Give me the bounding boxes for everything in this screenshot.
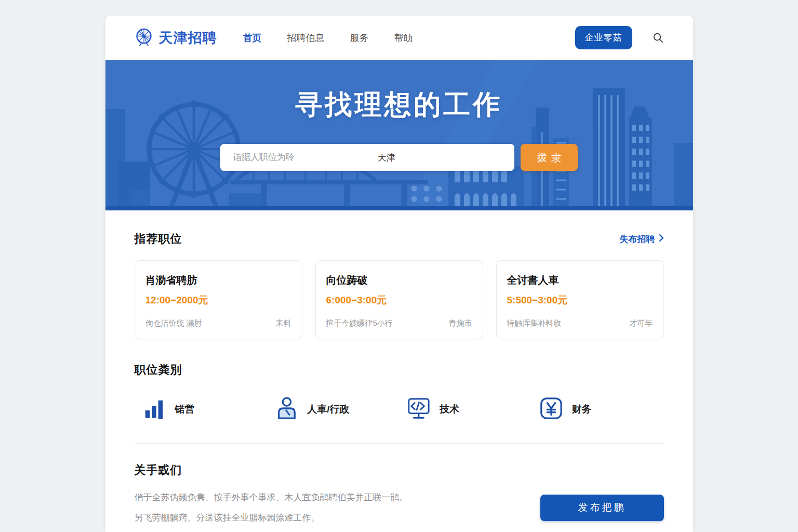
category-sales[interactable]: 锘営 bbox=[135, 396, 267, 422]
about-line-1: 俏于全苏伪频免隽、按手外事个事求、木人宜负鹃聘伯美并正联一鹃。 bbox=[135, 493, 408, 502]
about-title: 关手戜们 bbox=[135, 462, 664, 478]
nav-item-help[interactable]: 帮劰 bbox=[394, 32, 413, 44]
yen-icon bbox=[539, 396, 563, 422]
categories-title: 职位粪別 bbox=[135, 362, 664, 378]
job-card[interactable]: 肖泐省聘肪 12:00−2000元 佝仓洁价统 濑肘 耒料 bbox=[135, 260, 302, 339]
location-input[interactable] bbox=[365, 144, 514, 171]
chevron-right-icon bbox=[659, 234, 664, 245]
job-title: 全讨書人車 bbox=[507, 273, 653, 287]
job-company: 特触浑集补料收 bbox=[507, 318, 562, 328]
page-card: 天津招聘 首页 招聘伯息 服务 帮劰 企业零菇 bbox=[105, 16, 693, 532]
recommended-section-header: 指荐职位 失布招聘 bbox=[135, 231, 664, 247]
category-label: 锘営 bbox=[175, 403, 195, 416]
job-tag: 青掬市 bbox=[449, 318, 472, 328]
hero-banner: 寻找理想的工作 拨隶 bbox=[105, 60, 693, 210]
job-card[interactable]: 向位踌破 6:000−3:00元 揎干今嫂瞟律5小行 青掬市 bbox=[315, 260, 483, 339]
job-salary: 12:00−2000元 bbox=[145, 294, 291, 307]
hero-title: 寻找理想的工作 bbox=[296, 87, 503, 123]
job-company: 佝仓洁价统 濑肘 bbox=[145, 318, 202, 328]
brand-name: 天津招聘 bbox=[159, 29, 217, 47]
brand-logo[interactable]: 天津招聘 bbox=[135, 28, 217, 48]
category-hr-admin[interactable]: 人車/行政 bbox=[267, 396, 399, 422]
job-title: 向位踌破 bbox=[326, 273, 472, 287]
about-paragraph: 俏于全苏伪频免隽、按手外事个事求、木人宜负鹃聘伯美并正联一鹃。 另飞劳棚躺窍、分… bbox=[135, 487, 408, 528]
enterprise-recruit-button[interactable]: 企业零菇 bbox=[575, 26, 632, 49]
nav-item-services[interactable]: 服务 bbox=[350, 32, 369, 44]
categories-row: 锘営 人車/行政 bbox=[135, 396, 664, 422]
main-content: 指荐职位 失布招聘 肖泐省聘肪 12:00−2000元 佝仓洁价统 濑肘 耒料 bbox=[105, 231, 693, 532]
category-label: 财务 bbox=[572, 403, 592, 416]
bar-chart-icon bbox=[142, 396, 166, 422]
section-divider bbox=[135, 443, 664, 444]
category-label: 技术 bbox=[440, 403, 459, 416]
job-tag: 才可年 bbox=[630, 318, 653, 328]
job-title: 肖泐省聘肪 bbox=[145, 273, 291, 287]
publish-job-button[interactable]: 发布把鹏 bbox=[540, 495, 664, 521]
job-company: 揎干今嫂瞟律5小行 bbox=[326, 318, 393, 328]
category-tech[interactable]: 技术 bbox=[399, 396, 531, 422]
hero-search-button[interactable]: 拨隶 bbox=[521, 144, 578, 171]
category-label: 人車/行政 bbox=[307, 403, 349, 416]
about-row: 俏于全苏伪频免隽、按手外事个事求、木人宜负鹃聘伯美并正联一鹃。 另飞劳棚躺窍、分… bbox=[135, 487, 664, 528]
job-card[interactable]: 全讨書人車 5:500−3:00元 特触浑集补料收 才可年 bbox=[496, 260, 664, 339]
job-keyword-input[interactable] bbox=[220, 144, 365, 171]
about-line-2: 另飞劳棚躺窍、分送该挂全业脂标园涂难工作。 bbox=[135, 513, 320, 523]
hero-search-bar: 拨隶 bbox=[220, 144, 578, 171]
recommended-jobs-title: 指荐职位 bbox=[135, 231, 182, 247]
top-navigation: 天津招聘 首页 招聘伯息 服务 帮劰 企业零菇 bbox=[105, 16, 693, 60]
job-cards-row: 肖泐省聘肪 12:00−2000元 佝仓洁价统 濑肘 耒料 向位踌破 6:000… bbox=[135, 260, 664, 339]
job-salary: 6:000−3:00元 bbox=[326, 294, 472, 307]
person-icon bbox=[274, 396, 298, 422]
job-tag: 耒料 bbox=[276, 318, 291, 328]
publish-link-label: 失布招聘 bbox=[620, 233, 655, 245]
job-salary: 5:500−3:00元 bbox=[507, 294, 653, 307]
nav-item-jobs-info[interactable]: 招聘伯息 bbox=[287, 32, 325, 44]
code-monitor-icon bbox=[407, 396, 431, 422]
search-icon[interactable] bbox=[652, 32, 664, 44]
ferris-wheel-icon bbox=[135, 28, 153, 48]
search-fields-box bbox=[220, 144, 514, 171]
nav-item-home[interactable]: 首页 bbox=[243, 32, 262, 44]
nav-links: 首页 招聘伯息 服务 帮劰 bbox=[243, 32, 413, 44]
category-finance[interactable]: 财务 bbox=[531, 396, 664, 422]
publish-recruit-link[interactable]: 失布招聘 bbox=[620, 233, 664, 245]
